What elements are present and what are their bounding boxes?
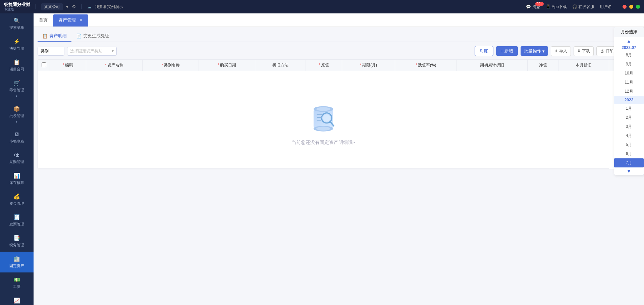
add-button[interactable]: + 新增 (496, 46, 518, 56)
online-service-button[interactable]: 🎧 在线客服 (572, 4, 594, 10)
tab-close-icon[interactable]: ✕ (79, 17, 83, 22)
subtab-asset-detail[interactable]: 📋 资产明细 (38, 31, 71, 42)
search-icon: 🔍 (13, 17, 20, 24)
month-item-mar[interactable]: 3月 (614, 122, 644, 131)
retail-arrow-icon: ▸ (16, 94, 18, 98)
sidebar-item-operations[interactable]: 📈 经营管理 (0, 293, 34, 305)
company-selector[interactable]: 某某公司 (41, 3, 63, 10)
svg-point-5 (316, 127, 330, 131)
month-nav-down-icon[interactable]: ▼ (627, 168, 631, 174)
reconcile-button[interactable]: 对账 (475, 46, 493, 56)
month-item-jan[interactable]: 1月 (614, 104, 644, 113)
sidebar-label-tax: 税务管理 (9, 243, 24, 248)
window-maximize-button[interactable] (636, 5, 640, 9)
col-accumulated-depreciation: 期初累计折旧 (457, 60, 528, 71)
wholesale-arrow-icon: ▸ (16, 120, 18, 123)
message-button[interactable]: 💬 消息 99+ (526, 4, 540, 10)
select-all-checkbox[interactable] (42, 62, 46, 67)
col-residual-rate: *残值率(%) (395, 60, 457, 71)
table-header-checkbox (38, 60, 50, 71)
sidebar-item-quicknav[interactable]: ⚡ 快捷导航 (0, 34, 34, 55)
col-purchase-date: *购买日期 (199, 60, 255, 71)
operations-icon: 📈 (13, 297, 20, 304)
tab-bar: 首页 资产管理 ✕ (34, 13, 644, 27)
sidebar-item-finance[interactable]: 💰 资金管理 (0, 189, 34, 210)
window-close-button[interactable] (623, 5, 627, 9)
sidebar-item-wholesale[interactable]: 📦 批发管理 ▸ (0, 102, 34, 128)
tab-asset-mgmt[interactable]: 资产管理 ✕ (53, 14, 88, 27)
month-year-label: 2022.07 (614, 45, 644, 51)
ecommerce-icon: 🖥 (14, 132, 19, 138)
col-depreciation-method: 折旧方法 (255, 60, 306, 71)
month-nav-up-icon[interactable]: ▲ (627, 38, 631, 44)
sidebar-item-invoice[interactable]: 🧾 发票管理 (0, 210, 34, 231)
sidebar: 🔍 搜索菜单 ⚡ 快捷导航 📋 项目合同 🛒 零售管理 ▸ 📦 批发管理 ▸ 🖥… (0, 13, 34, 305)
message-icon: 💬 (526, 4, 531, 9)
col-period: *期限(月) (342, 60, 395, 71)
app-download-button[interactable]: 📱 App下载 (546, 4, 567, 10)
demo-link[interactable]: 我要看实例演示 (95, 4, 123, 10)
topbar-right: 💬 消息 99+ 📱 App下载 🎧 在线客服 用户名 (526, 4, 640, 10)
app-logo-text: 畅捷通好业财 (4, 2, 30, 7)
month-item-jun[interactable]: 6月 (614, 149, 644, 158)
print-icon: 🖨 (600, 49, 604, 53)
empty-cell: 当前您还没有固定资产明细哦~ (38, 71, 609, 169)
sidebar-item-retail[interactable]: 🛒 零售管理 ▸ (0, 76, 34, 102)
month-item-feb[interactable]: 2月 (614, 113, 644, 122)
sidebar-item-ecommerce[interactable]: 🖥 小畅电商 (0, 128, 34, 148)
tab-home[interactable]: 首页 (34, 14, 53, 27)
invoice-icon: 🧾 (13, 214, 20, 220)
month-item-dec[interactable]: 12月 (614, 87, 644, 96)
sidebar-label-project: 项目合同 (9, 67, 24, 72)
wholesale-icon: 📦 (13, 106, 20, 112)
purchase-icon: 🛍 (14, 152, 19, 158)
category-filter-select[interactable]: 选择固定资产类别 ▾ (67, 47, 117, 56)
page-content: 📋 资产明细 📄 变更生成凭证 类别 选择固定资产类别 ▾ (34, 27, 644, 305)
asset-table: *编码 *资产名称 *类别名称 *购买日期 折旧方法 *原值 *期限(月) *残… (38, 59, 640, 169)
month-picker-panel: 月份选择 ▲ 2022.07 8月 9月 10月 11月 12月 2023 1月… (614, 27, 644, 175)
company-dropdown-icon[interactable]: ▾ (66, 4, 68, 9)
month-year-badge: 2023 (614, 96, 644, 104)
user-info[interactable]: 用户名 (600, 4, 612, 10)
sidebar-label-wholesale: 批发管理 (9, 113, 24, 118)
window-minimize-button[interactable] (629, 5, 633, 9)
sidebar-item-search[interactable]: 🔍 搜索菜单 (0, 13, 34, 34)
filter-dropdown-icon: ▾ (112, 49, 114, 53)
download-icon: ⬇ (577, 49, 581, 53)
month-item-apr[interactable]: 4月 (614, 131, 644, 140)
import-button[interactable]: ⬆ 导入 (551, 46, 571, 56)
col-category: *类别名称 (143, 60, 199, 71)
download-button[interactable]: ⬇ 下载 (574, 46, 594, 56)
change-voucher-icon: 📄 (76, 34, 82, 39)
sidebar-item-payroll[interactable]: 💵 工资 (0, 272, 34, 293)
sidebar-label-purchase: 采购管理 (9, 159, 24, 164)
topbar-left: 畅捷通好业财 专业版 某某公司 ▾ ⚙ ☁ 我要看实例演示 (4, 2, 123, 11)
sidebar-item-purchase[interactable]: 🛍 采购管理 (0, 148, 34, 168)
subtab-change-voucher[interactable]: 📄 变更生成凭证 (71, 31, 114, 42)
sidebar-item-tax[interactable]: 📑 税务管理 (0, 231, 34, 252)
sidebar-item-project[interactable]: 📋 项目合同 (0, 55, 34, 76)
settings-icon[interactable]: ⚙ (72, 4, 76, 9)
batch-operations-button[interactable]: 批量操作 ▾ (521, 46, 548, 56)
sidebar-label-search: 搜索菜单 (9, 25, 24, 30)
month-nav-year: ▲ (614, 37, 644, 45)
quicknav-icon: ⚡ (13, 38, 20, 45)
month-item-nov[interactable]: 11月 (614, 78, 644, 87)
sidebar-item-fixed-assets[interactable]: 🏢 固定资产 (0, 252, 34, 272)
month-item-aug[interactable]: 8月 (614, 51, 644, 60)
main-layout: 🔍 搜索菜单 ⚡ 快捷导航 📋 项目合同 🛒 零售管理 ▸ 📦 批发管理 ▸ 🖥… (0, 13, 644, 305)
month-item-oct[interactable]: 10月 (614, 69, 644, 78)
sidebar-item-inventory[interactable]: 📊 库存核算 (0, 168, 34, 189)
sidebar-label-inventory: 库存核算 (9, 180, 24, 185)
asset-detail-icon: 📋 (42, 34, 48, 39)
col-original-value: *原值 (306, 60, 342, 71)
app-logo-sub: 专业版 (4, 7, 30, 11)
category-filter-label: 类别 (38, 47, 64, 56)
month-item-jul[interactable]: 7月 (614, 158, 644, 167)
month-item-may[interactable]: 5月 (614, 140, 644, 149)
sidebar-label-invoice: 发票管理 (9, 222, 24, 227)
month-item-sep[interactable]: 9月 (614, 60, 644, 69)
col-monthly-depreciation: 本月折旧 (558, 60, 609, 71)
table-empty-row: 当前您还没有固定资产明细哦~ (38, 71, 640, 169)
finance-icon: 💰 (13, 193, 20, 200)
